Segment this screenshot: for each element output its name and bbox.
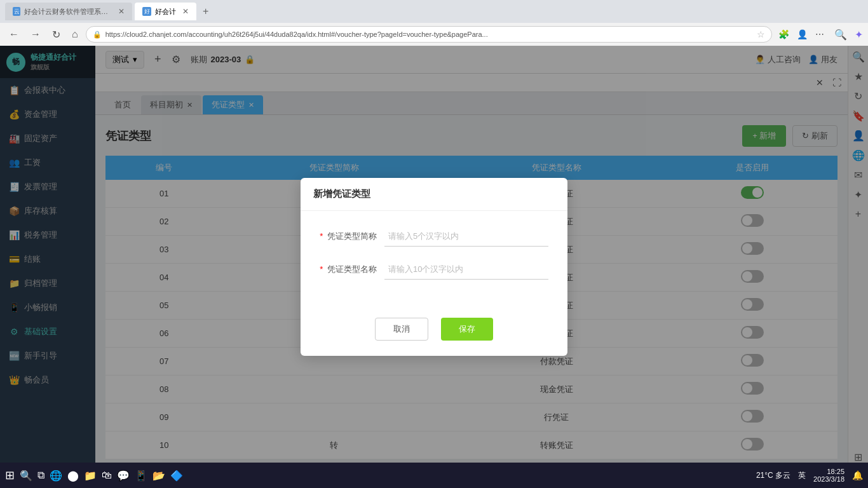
taskbar-date: 2023/3/18 <box>813 475 844 483</box>
taskbar-folder[interactable]: 📂 <box>153 470 165 482</box>
start-button[interactable]: ⊞ <box>5 468 15 482</box>
extensions-btn[interactable]: 🧩 <box>776 27 792 42</box>
taskbar-chrome[interactable]: ⬤ <box>67 470 79 482</box>
address-text: https://cloud2.chanjet.com/accounting/uh… <box>105 30 753 38</box>
form-label-name: * 凭证类型名称 <box>320 264 377 275</box>
back-button[interactable]: ← <box>5 26 23 43</box>
lock-icon: 🔒 <box>93 30 102 39</box>
forward-button[interactable]: → <box>27 26 44 43</box>
more-btn[interactable]: ⋯ <box>813 27 827 42</box>
taskbar-lang: 英 <box>798 470 806 481</box>
tab1-favicon: 云 <box>13 7 20 16</box>
profile-btn[interactable]: 👤 <box>794 27 810 42</box>
taskbar-store[interactable]: 🛍 <box>102 470 112 481</box>
browser-tab-1[interactable]: 云 好会计云财务软件管理系统_会计 ✕ <box>5 3 132 20</box>
taskbar-right: 21°C 多云 英 18:25 2023/3/18 🔔 <box>756 468 863 483</box>
tab2-favicon: 好 <box>142 7 151 16</box>
home-button[interactable]: ⌂ <box>68 26 82 43</box>
search-taskbar-button[interactable]: 🔍 <box>20 470 32 482</box>
tab2-close[interactable]: ✕ <box>182 7 189 16</box>
tab1-title: 好会计云财务软件管理系统_会计 <box>24 7 112 17</box>
browser-tab-2[interactable]: 好 好会计 ✕ <box>135 3 196 20</box>
taskbar-app1[interactable]: 📱 <box>135 470 147 482</box>
abbr-input[interactable] <box>384 226 548 247</box>
browser-toolbar-icons: 🧩 👤 ⋯ <box>776 27 827 42</box>
notification-icon[interactable]: 🔔 <box>852 470 863 480</box>
name-input[interactable] <box>384 259 548 280</box>
taskbar-wechat[interactable]: 💬 <box>117 470 130 482</box>
taskbar: ⊞ 🔍 ⧉ 🌐 ⬤ 📁 🛍 💬 📱 📂 🔷 21°C 多云 英 18:25 20… <box>0 463 868 488</box>
new-voucher-dialog: 新增凭证类型 * 凭证类型简称 * 凭证类型名称 取消 保存 <box>301 178 567 356</box>
form-row-name: * 凭证类型名称 <box>320 259 548 280</box>
taskbar-edge[interactable]: 🔷 <box>170 470 183 482</box>
taskbar-clock: 18:25 2023/3/18 <box>813 468 844 483</box>
address-bar[interactable]: 🔒 https://cloud2.chanjet.com/accounting/… <box>86 26 772 43</box>
taskbar-time: 18:25 <box>813 468 844 475</box>
dialog-header: 新增凭证类型 <box>301 178 567 211</box>
dialog-body: * 凭证类型简称 * 凭证类型名称 <box>301 211 567 308</box>
required-abbr: * <box>320 231 323 241</box>
form-label-abbr: * 凭证类型简称 <box>320 231 377 242</box>
dialog-title: 新增凭证类型 <box>313 188 370 200</box>
dialog-overlay: 新增凭证类型 * 凭证类型简称 * 凭证类型名称 取消 保存 <box>0 46 868 488</box>
tab2-title: 好会计 <box>155 7 176 17</box>
save-button[interactable]: 保存 <box>441 318 493 341</box>
sparkle-icon[interactable]: ✦ <box>855 29 863 41</box>
taskview-button[interactable]: ⧉ <box>37 470 44 481</box>
reload-button[interactable]: ↻ <box>48 26 64 43</box>
taskbar-browser[interactable]: 🌐 <box>50 470 62 482</box>
browser-search-icon[interactable]: 🔍 <box>831 29 851 41</box>
dialog-footer: 取消 保存 <box>301 308 567 356</box>
taskbar-files[interactable]: 📁 <box>84 470 97 482</box>
required-name: * <box>320 264 323 274</box>
browser-tab-bar: 云 好会计云财务软件管理系统_会计 ✕ 好 好会计 ✕ + <box>0 0 868 23</box>
taskbar-weather: 21°C 多云 <box>756 470 790 481</box>
browser-toolbar: ← → ↻ ⌂ 🔒 https://cloud2.chanjet.com/acc… <box>0 23 868 46</box>
form-row-abbr: * 凭证类型简称 <box>320 226 548 247</box>
new-tab-button[interactable]: + <box>199 6 212 17</box>
star-icon[interactable]: ☆ <box>757 29 765 39</box>
tab1-close[interactable]: ✕ <box>118 7 125 16</box>
cancel-button[interactable]: 取消 <box>375 318 428 341</box>
